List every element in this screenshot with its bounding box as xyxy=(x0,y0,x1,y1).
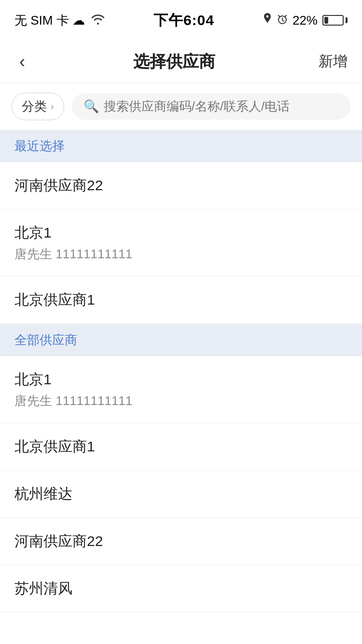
status-time: 下午6:04 xyxy=(153,11,214,30)
list-item[interactable]: 河南供应商22 xyxy=(0,518,362,565)
recent-list: 河南供应商22北京1唐先生 11111111111北京供应商1 xyxy=(0,162,362,324)
item-name: 北京供应商1 xyxy=(14,437,348,457)
wifi-icon xyxy=(91,13,105,28)
item-name: 苏州清风 xyxy=(14,579,348,599)
recent-section-header: 最近选择 xyxy=(0,130,362,162)
item-name: 河南供应商22 xyxy=(14,176,348,196)
item-name: 北京1 xyxy=(14,370,348,390)
chevron-right-icon: › xyxy=(51,101,54,112)
list-item[interactable]: 河南供应商22 xyxy=(0,162,362,210)
list-item[interactable]: 北京供应商1 xyxy=(0,423,362,471)
page-title: 选择供应商 xyxy=(133,51,215,73)
list-item[interactable]: 苏州清风 xyxy=(0,565,362,613)
status-bar: 无 SIM 卡 ☁ 下午6:04 22% xyxy=(0,0,362,41)
add-button[interactable]: 新增 xyxy=(319,52,348,71)
status-right: 22% xyxy=(263,13,348,28)
search-input-wrapper: 🔍 xyxy=(72,93,350,120)
item-name: 杭州维达 xyxy=(14,484,348,504)
battery-icon xyxy=(322,15,348,26)
all-list: 北京1唐先生 11111111111北京供应商1杭州维达河南供应商22苏州清风 xyxy=(0,356,362,613)
search-icon: 🔍 xyxy=(84,99,99,114)
alarm-icon xyxy=(277,13,288,28)
battery-percent: 22% xyxy=(292,13,318,28)
status-left: 无 SIM 卡 ☁ xyxy=(14,12,105,29)
list-item[interactable]: 北京1唐先生 11111111111 xyxy=(0,210,362,277)
list-item[interactable]: 北京供应商1 xyxy=(0,277,362,324)
all-section-header: 全部供应商 xyxy=(0,324,362,356)
search-input[interactable] xyxy=(104,99,339,114)
back-button[interactable]: ‹ xyxy=(14,47,30,77)
category-label: 分类 xyxy=(22,98,47,115)
item-name: 北京1 xyxy=(14,223,348,243)
list-item[interactable]: 北京1唐先生 11111111111 xyxy=(0,356,362,423)
list-item[interactable]: 杭州维达 xyxy=(0,471,362,518)
category-button[interactable]: 分类 › xyxy=(12,93,64,120)
no-sim-label: 无 SIM 卡 ☁ xyxy=(14,12,85,29)
item-detail: 唐先生 11111111111 xyxy=(14,392,348,409)
nav-bar: ‹ 选择供应商 新增 xyxy=(0,41,362,83)
item-detail: 唐先生 11111111111 xyxy=(14,246,348,263)
item-name: 北京供应商1 xyxy=(14,290,348,310)
item-name: 河南供应商22 xyxy=(14,532,348,551)
location-icon xyxy=(263,13,272,28)
search-bar: 分类 › 🔍 xyxy=(0,83,362,130)
